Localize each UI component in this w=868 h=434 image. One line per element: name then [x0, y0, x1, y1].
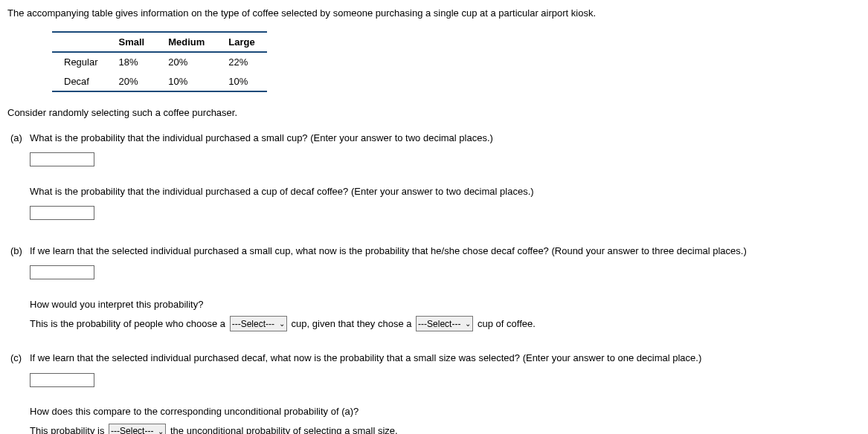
sentence-text: cup, given that they chose a [289, 317, 414, 331]
part-c-select-1[interactable]: ---Select--- ⌄ [109, 424, 166, 435]
part-b-interpret-sentence: This is the probability of people who ch… [30, 316, 861, 331]
cell: 20% [107, 72, 157, 92]
cell: 20% [156, 52, 216, 72]
chevron-down-icon: ⌄ [158, 426, 164, 435]
table-header-small: Small [107, 32, 157, 53]
coffee-data-table: Small Medium Large Regular 18% 20% 22% D… [52, 31, 267, 93]
part-b-label: (b) [7, 244, 30, 259]
part-b: (b) If we learn that the selected indivi… [7, 244, 861, 332]
part-a: (a) What is the probability that the ind… [7, 131, 861, 238]
part-a-q2: What is the probability that the individ… [30, 184, 861, 199]
part-b-select-1[interactable]: ---Select--- ⌄ [230, 316, 287, 331]
part-b-input-1[interactable] [30, 265, 94, 279]
select-placeholder: ---Select--- [418, 317, 460, 331]
cell: 10% [156, 72, 216, 92]
part-b-select-2[interactable]: ---Select--- ⌄ [416, 316, 473, 331]
cell: 10% [216, 72, 266, 92]
intro-text: The accompanying table gives information… [7, 6, 861, 21]
row-label-decaf: Decaf [52, 72, 107, 92]
table-row: Regular 18% 20% 22% [52, 52, 267, 72]
sentence-text: the unconditional probability of selecti… [167, 424, 397, 434]
sentence-text: cup of coffee. [475, 317, 535, 331]
table-header-blank [52, 32, 107, 53]
cell: 18% [107, 52, 157, 72]
table-row: Decaf 20% 10% 10% [52, 72, 267, 92]
part-a-q1: What is the probability that the individ… [30, 131, 861, 146]
table-header-large: Large [216, 32, 266, 53]
chevron-down-icon: ⌄ [279, 318, 285, 329]
cell: 22% [216, 52, 266, 72]
part-a-label: (a) [7, 131, 30, 146]
select-placeholder: ---Select--- [232, 317, 274, 331]
part-c: (c) If we learn that the selected indivi… [7, 351, 861, 434]
row-label-regular: Regular [52, 52, 107, 72]
part-c-input-1[interactable] [30, 373, 94, 387]
table-header-medium: Medium [156, 32, 216, 53]
consider-text: Consider randomly selecting such a coffe… [7, 106, 861, 120]
sentence-text: This probability is [30, 424, 107, 434]
part-c-compare-sentence: This probability is ---Select--- ⌄ the u… [30, 424, 861, 435]
select-placeholder: ---Select--- [111, 424, 153, 434]
part-b-interpret-q: How would you interpret this probability… [30, 297, 861, 312]
chevron-down-icon: ⌄ [465, 318, 471, 329]
part-c-compare-q: How does this compare to the correspondi… [30, 404, 861, 419]
table-header-row: Small Medium Large [52, 32, 267, 53]
part-a-input-1[interactable] [30, 152, 94, 166]
sentence-text: This is the probability of people who ch… [30, 317, 228, 331]
part-c-label: (c) [7, 351, 30, 366]
part-b-q1: If we learn that the selected individual… [30, 244, 861, 259]
part-a-input-2[interactable] [30, 206, 94, 220]
part-c-q1: If we learn that the selected individual… [30, 351, 861, 366]
